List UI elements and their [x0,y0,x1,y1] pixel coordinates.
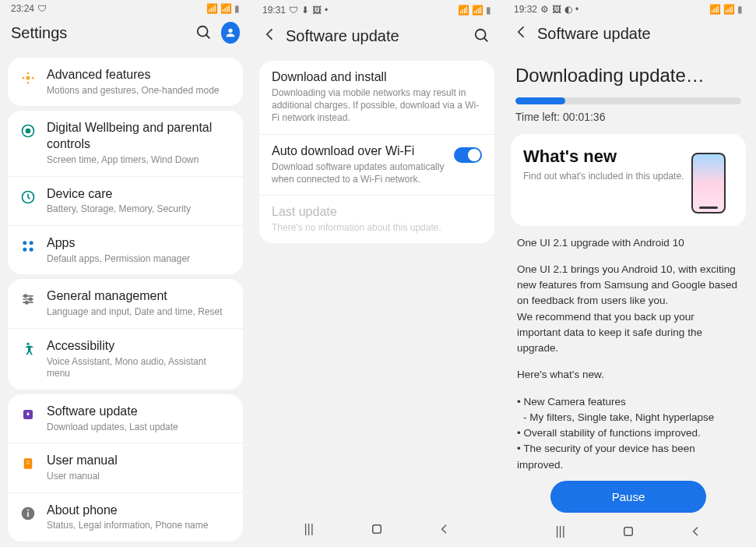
downloading-title: Downloading update… [503,54,754,94]
whats-new-title: What's new [523,146,685,167]
settings-item[interactable]: Apps Default apps, Permission manager [8,225,243,274]
settings-group: General management Language and input, D… [8,279,243,389]
settings-group: Advanced features Motions and gestures, … [8,58,243,106]
gear-icon: ⚙ [540,4,549,15]
svg-point-8 [30,241,33,245]
settings-item[interactable]: Advanced features Motions and gestures, … [8,58,243,106]
bullet-item: - My filters, Single take, Night hyperla… [517,410,740,425]
page-title: Software update [537,25,743,43]
settings-item[interactable]: User manual User manual [8,443,243,492]
item-label: General management [47,288,232,305]
image-icon: 🖼 [312,5,322,16]
home-button[interactable] [361,520,392,538]
whats-new-sub: Find out what's included in this update. [523,170,685,182]
back-button[interactable] [262,26,278,45]
item-sub: Voice Assistant, Mono audio, Assistant m… [47,356,232,380]
clock: 23:24 [11,3,34,14]
settings-group: Software update Download updates, Last u… [8,394,243,542]
image-icon: 🖼 [552,4,561,15]
item-label: Device care [47,186,232,203]
downloading-screen: 19:32⚙🖼◐• 📶📶▮ Software update Downloadin… [503,0,754,547]
back-button[interactable] [680,522,712,541]
profile-button[interactable] [221,23,240,42]
option-sub: Download software updates automatically … [272,161,448,185]
general-icon [19,290,37,309]
clock: 19:32 [514,4,537,15]
clock: 19:31 [262,5,286,16]
svg-point-26 [476,30,486,40]
settings-item[interactable]: Software update Download updates, Last u… [8,394,243,443]
apps-icon [19,237,37,256]
item-sub: User manual [47,471,232,483]
item-label: Apps [47,235,232,252]
whats-new-card[interactable]: What's new Find out what's included in t… [511,134,746,226]
wellbeing-icon [19,122,37,140]
item-label: Advanced features [47,67,232,83]
pause-button[interactable]: Pause [550,481,706,513]
header: Settings [0,16,251,53]
wifi-icon: 📶 [709,4,721,15]
item-label: Software update [47,404,232,420]
phone-illustration [691,146,733,214]
battery-icon: ▮ [737,4,743,15]
progress-fill [515,97,565,104]
item-sub: Screen time, App timers, Wind Down [47,154,232,167]
settings-item[interactable]: Device care Battery, Storage, Memory, Se… [8,176,243,225]
download-icon: ⬇ [301,5,309,16]
update-icon [19,405,37,424]
page-title: Software update [286,27,465,45]
svg-point-24 [27,509,29,510]
header: Software update [503,16,754,54]
settings-item[interactable]: Digital Wellbeing and parental controls … [8,111,243,175]
item-sub: Motions and gestures, One-handed mode [47,85,232,97]
battery-icon: ▮ [234,3,240,14]
svg-point-10 [30,248,33,252]
settings-screen: 23:24🛡 📶📶▮ Settings Advanced features Mo… [0,0,251,547]
battery-icon: ▮ [486,5,491,16]
update-description: One UI 2.1 upgrade with Android 10 One U… [503,231,754,471]
item-label: User manual [47,453,232,469]
bullet-item: New Camera features [517,394,740,410]
about-icon [19,504,37,523]
toggle-switch[interactable] [454,147,482,163]
header: Software update [251,19,502,56]
svg-point-3 [26,76,30,80]
recents-button[interactable]: ||| [294,520,325,538]
manual-icon [19,454,37,473]
progress-bar [515,97,741,104]
item-sub: Language and input, Date and time, Reset [47,306,232,319]
settings-item[interactable]: About phone Status, Legal information, P… [8,492,243,542]
settings-item[interactable]: Accessibility Voice Assistant, Mono audi… [8,328,243,390]
svg-point-14 [24,295,26,298]
update-option[interactable]: Auto download over Wi-FiDownload softwar… [259,134,494,195]
back-button[interactable] [429,520,460,538]
svg-point-5 [26,129,30,133]
back-button[interactable] [514,24,529,43]
wifi-icon: 📶 [206,3,218,14]
time-left: Time left: 00:01:36 [503,111,754,129]
svg-rect-23 [27,512,29,517]
update-option[interactable]: Download and installDownloading via mobi… [259,61,494,134]
home-button[interactable] [613,522,644,541]
option-sub: There's no information about this update… [272,221,482,234]
accessibility-icon [19,340,37,358]
option-label: Last update [272,205,482,219]
item-label: Accessibility [47,338,232,355]
advanced-icon [19,69,37,87]
option-label: Auto download over Wi-Fi [272,144,448,158]
status-bar: 19:31🛡⬇🖼• 📶📶▮ [251,0,502,19]
status-bar: 19:32⚙🖼◐• 📶📶▮ [503,0,754,16]
recents-button[interactable]: ||| [545,522,576,541]
devicecare-icon [19,188,37,206]
settings-item[interactable]: General management Language and input, D… [8,279,243,327]
svg-point-7 [23,241,26,245]
signal-icon: 📶 [220,3,232,14]
search-button[interactable] [195,23,213,42]
svg-line-27 [484,38,488,42]
item-label: About phone [47,503,232,519]
sync-icon: ◐ [564,4,572,15]
bullet-item: The security of your device has been imp… [517,441,740,471]
signal-icon: 📶 [472,5,483,16]
search-button[interactable] [473,26,491,45]
svg-point-17 [26,342,29,344]
